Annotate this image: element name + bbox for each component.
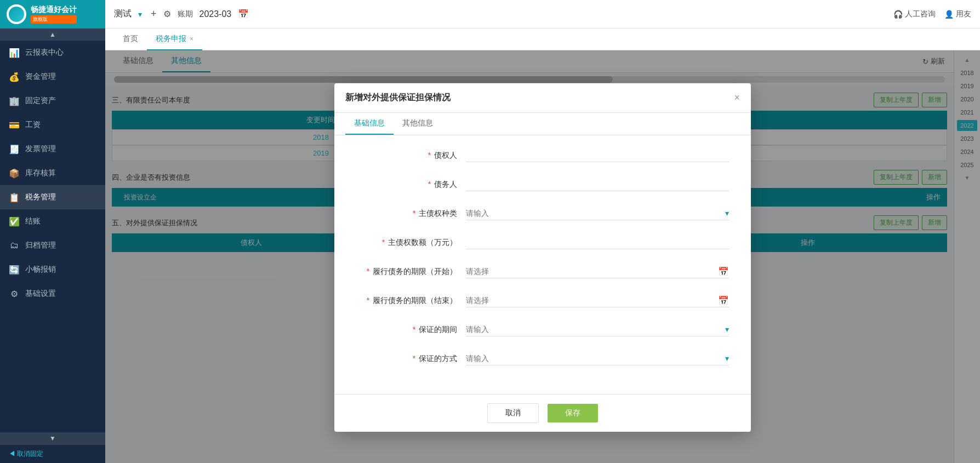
- sidebar-item-jiezhang[interactable]: ✅ 结账: [0, 209, 105, 233]
- modal-tab-jichu[interactable]: 基础信息: [345, 113, 394, 135]
- user-icon: 👤: [944, 10, 954, 19]
- modal-overlay: 新增对外提供保证担保情况 × 基础信息 其他信息: [105, 50, 980, 463]
- required-mark: *: [413, 209, 415, 218]
- tab-close-icon[interactable]: ×: [190, 35, 193, 43]
- sidebar-scroll-down[interactable]: ▼: [0, 432, 105, 444]
- sidebar: 畅捷通好会计 旗舰版 ▲ 📊 云报表中心 💰 资金管理 🏢 固定资产 💳 工资: [0, 0, 105, 463]
- form-row-lvxing-kaishi: * 履行债务的期限（开始） 📅: [356, 265, 729, 278]
- tab-home[interactable]: 首页: [114, 28, 147, 50]
- required-mark: *: [413, 325, 415, 334]
- sidebar-item-label: 库存核算: [25, 168, 56, 178]
- modal-footer: 取消 保存: [334, 394, 751, 432]
- lvxing-jieshu-input[interactable]: [466, 294, 718, 307]
- sidebar-item-zijin[interactable]: 💰 资金管理: [0, 65, 105, 89]
- modal-body: * 债权人 * 债务人: [334, 135, 751, 394]
- user-btn[interactable]: 👤 用友: [944, 9, 971, 19]
- zhiquanren-label: * 债权人: [356, 151, 466, 161]
- zhiquanren-input[interactable]: [466, 148, 729, 162]
- calendar-icon[interactable]: 📅: [238, 9, 249, 19]
- lvxing-jieshu-date[interactable]: 📅: [466, 294, 729, 307]
- lvxing-kaishi-input[interactable]: [466, 265, 718, 278]
- form-row-zhuzhaiquan-shue: * 主债权数额（万元）: [356, 236, 729, 249]
- form-row-zhaiwuren: * 债务人: [356, 178, 729, 191]
- fapiao-icon: 🧾: [9, 144, 20, 155]
- sidebar-item-label: 云报表中心: [25, 48, 64, 58]
- gongzi-icon: 💳: [9, 119, 20, 130]
- modal-tabs: 基础信息 其他信息: [334, 113, 751, 135]
- zhuzhaiquan-leixing-label: * 主债权种类: [356, 209, 466, 219]
- baozheng-qijian-select[interactable]: ▾: [466, 323, 729, 336]
- add-icon[interactable]: +: [151, 8, 157, 20]
- required-mark: *: [367, 267, 369, 276]
- sidebar-item-label: 固定资产: [25, 96, 56, 106]
- period-value: 2023-03: [200, 9, 232, 19]
- form-row-baozheng-qijian: * 保证的期间 ▾: [356, 323, 729, 336]
- zhuzhaiquan-shue-input[interactable]: [466, 236, 729, 249]
- required-mark: *: [428, 180, 431, 188]
- gear-icon[interactable]: ⚙: [163, 9, 171, 19]
- form-row-baozheng-fangshi: * 保证的方式 ▾: [356, 352, 729, 365]
- company-chevron-icon[interactable]: ▾: [138, 10, 142, 19]
- tabbar: 首页 税务申报 ×: [105, 28, 980, 50]
- jichushezhi-icon: ⚙: [9, 288, 20, 299]
- modal-tab-qita[interactable]: 其他信息: [394, 113, 442, 135]
- zhuzhaiquan-shue-label: * 主债权数额（万元）: [356, 238, 466, 248]
- sidebar-item-yunbaobiao[interactable]: 📊 云报表中心: [0, 41, 105, 65]
- zhaiwuren-input[interactable]: [466, 178, 729, 191]
- sidebar-item-label: 基础设置: [25, 289, 56, 299]
- modal-header: 新增对外提供保证担保情况 ×: [334, 83, 751, 113]
- zijin-icon: 💰: [9, 71, 20, 82]
- sidebar-item-label: 工资: [25, 120, 41, 130]
- yunbaobiao-icon: 📊: [9, 47, 20, 58]
- save-button[interactable]: 保存: [548, 404, 598, 422]
- lvxing-kaishi-date[interactable]: 📅: [466, 265, 729, 278]
- zhuzhaiquan-leixing-select[interactable]: ▾: [466, 207, 729, 220]
- service-btn[interactable]: 🎧 人工咨询: [893, 9, 936, 19]
- form-row-zhuzhaiquan-leixing: * 主债权种类 ▾: [356, 207, 729, 220]
- lvxing-jieshu-label: * 履行债务的期限（结束）: [356, 296, 466, 306]
- zhuzhaiquan-leixing-input[interactable]: [466, 207, 725, 220]
- company-name: 测试: [114, 8, 132, 20]
- lvxing-jieshu-calendar-icon[interactable]: 📅: [718, 295, 729, 306]
- sidebar-item-gongzi[interactable]: 💳 工资: [0, 113, 105, 137]
- sidebar-item-label: 发票管理: [25, 144, 56, 154]
- sidebar-item-fapiao[interactable]: 🧾 发票管理: [0, 137, 105, 161]
- baozheng-qijian-label: * 保证的期间: [356, 325, 466, 335]
- tab-shuiwushenbo[interactable]: 税务申报 ×: [147, 28, 202, 50]
- sidebar-item-guidang[interactable]: 🗂 归档管理: [0, 233, 105, 258]
- tab-home-label: 首页: [123, 34, 138, 44]
- content-wrapper: 基础信息 其他信息 ↻ 刷新: [105, 50, 980, 463]
- sidebar-item-gudingzichan[interactable]: 🏢 固定资产: [0, 89, 105, 113]
- app-badge: 旗舰版: [31, 15, 77, 24]
- baozheng-fangshi-input[interactable]: [466, 352, 725, 365]
- required-mark: *: [413, 354, 415, 363]
- topbar-right: 🎧 人工咨询 👤 用友: [893, 9, 971, 19]
- sidebar-item-shuiwu[interactable]: 📋 税务管理: [0, 185, 105, 209]
- tab-shuiwushenbo-label: 税务申报: [156, 34, 186, 44]
- lvxing-kaishi-label: * 履行债务的期限（开始）: [356, 267, 466, 277]
- baozheng-fangshi-select[interactable]: ▾: [466, 352, 729, 365]
- sidebar-item-xiaochang[interactable]: 🔄 小畅报销: [0, 258, 105, 282]
- sidebar-title-wrap: 畅捷通好会计 旗舰版: [31, 5, 77, 24]
- baozheng-qijian-input[interactable]: [466, 323, 725, 336]
- zhuzhaiquan-leixing-chevron-icon: ▾: [725, 209, 729, 218]
- sidebar-item-label: 小畅报销: [25, 265, 56, 275]
- baozheng-fangshi-chevron-icon: ▾: [725, 354, 729, 363]
- sidebar-unpin-btn[interactable]: ◀ 取消固定: [0, 444, 105, 463]
- sidebar-item-jichushezhi[interactable]: ⚙ 基础设置: [0, 282, 105, 306]
- sidebar-item-label: 结账: [25, 216, 41, 226]
- guidang-icon: 🗂: [9, 240, 20, 251]
- sidebar-item-label: 资金管理: [25, 72, 56, 82]
- zhaiwuren-label: * 债务人: [356, 180, 466, 190]
- sidebar-scroll-up[interactable]: ▲: [0, 28, 105, 41]
- service-label: 人工咨询: [905, 9, 936, 19]
- cancel-button[interactable]: 取消: [487, 403, 539, 423]
- lvxing-kaishi-calendar-icon[interactable]: 📅: [718, 266, 729, 277]
- period-label: 账期: [178, 9, 193, 19]
- modal-close-btn[interactable]: ×: [734, 92, 740, 104]
- modal-dialog: 新增对外提供保证担保情况 × 基础信息 其他信息: [334, 83, 751, 432]
- jiezhang-icon: ✅: [9, 216, 20, 227]
- form-row-zhiquanren: * 债权人: [356, 148, 729, 162]
- sidebar-item-label: 税务管理: [25, 192, 56, 202]
- sidebar-item-kucun[interactable]: 📦 库存核算: [0, 161, 105, 185]
